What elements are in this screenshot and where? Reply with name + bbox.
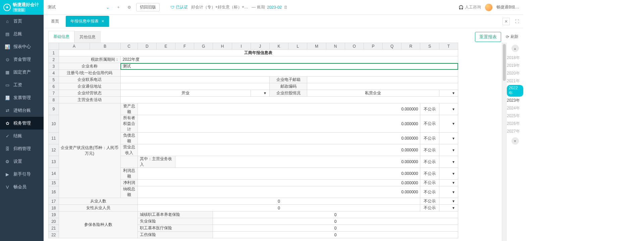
asset-row-pub[interactable]: 不公示 (420, 168, 439, 180)
sidebar-item-11[interactable]: ⚙设置 (0, 155, 44, 168)
sidebar-item-8[interactable]: ✿税务管理 (0, 117, 44, 130)
ins-row-value[interactable]: 0 (213, 232, 458, 238)
subtab-basic[interactable]: 基础信息 (48, 31, 74, 43)
cell-op-status[interactable]: 开业 (120, 90, 251, 97)
period-selector[interactable]: ⋯ 账期 2023-02 🗓 (252, 4, 288, 10)
col-header-P[interactable]: P (364, 43, 382, 50)
asset-row-pub-dd[interactable]: ▼ (439, 144, 458, 156)
col-header-O[interactable]: O (345, 43, 364, 50)
ins-row-value[interactable]: 0 (213, 211, 458, 218)
fullscreen-icon[interactable]: ⛶ (513, 18, 521, 25)
cell-postcode[interactable] (307, 83, 458, 90)
asset-row-pub[interactable]: 不公示 (420, 144, 439, 156)
year-2022年[interactable]: 2022年 (507, 85, 523, 97)
cell-email[interactable] (307, 77, 458, 83)
asset-row-value[interactable]: 0.000000 (138, 144, 420, 156)
row-number[interactable]: 1 (49, 50, 59, 56)
asset-row-pub-dd[interactable]: ▼ (439, 115, 458, 133)
row-number[interactable]: 19 (49, 211, 59, 218)
gear-icon[interactable]: ⚙ (125, 4, 133, 11)
asset-row-value[interactable]: 0.000000 (138, 186, 420, 198)
asset-row-value[interactable]: 0.000000 (138, 115, 420, 133)
dd-holding[interactable]: ▼ (439, 90, 458, 97)
sidebar-item-12[interactable]: ▶新手引导 (0, 168, 44, 181)
asset-row-value[interactable]: 0.000000 (138, 168, 420, 180)
row-number[interactable]: 8 (49, 97, 59, 103)
cell-main-biz[interactable] (120, 97, 458, 103)
col-header-S[interactable]: S (420, 43, 439, 50)
cell-company-name[interactable]: 测试 (120, 63, 458, 70)
row-number[interactable]: 3 (49, 63, 59, 70)
company-selector[interactable]: 测试 ⌄ (48, 4, 111, 10)
ins-row-value[interactable]: 0 (213, 225, 458, 232)
asset-row-pub-dd[interactable]: ▼ (439, 133, 458, 144)
col-header-N[interactable]: N (326, 43, 345, 50)
cell-reg-no[interactable] (120, 70, 458, 77)
sidebar-item-4[interactable]: ▦固定资产 (0, 66, 44, 79)
row-number[interactable]: 7 (49, 90, 59, 97)
asset-row-pub[interactable]: 不公示 (420, 180, 439, 186)
avatar[interactable] (485, 4, 492, 11)
asset-row-pub-dd[interactable]: ▼ (439, 186, 458, 198)
sidebar-item-9[interactable]: ✓结账 (0, 130, 44, 142)
col-header-E[interactable]: E (156, 43, 175, 50)
row-number[interactable]: 6 (49, 83, 59, 90)
row-number[interactable]: 11 (49, 133, 59, 144)
sidebar-item-6[interactable]: 🧾发票管理 (0, 91, 44, 104)
asset-row-value[interactable]: 0.000000 (138, 180, 420, 186)
row-number[interactable]: 14 (49, 168, 59, 180)
switch-old-button[interactable]: 切回旧版 (136, 3, 160, 11)
sidebar-item-5[interactable]: ▭工资 (0, 79, 44, 91)
asset-row-pub[interactable]: 不公示 (420, 186, 439, 198)
asset-row-pub[interactable]: 不公示 (420, 133, 439, 144)
dd-female[interactable]: ▼ (439, 205, 458, 211)
subtab-other[interactable]: 其他信息 (74, 31, 101, 43)
asset-row-value[interactable]: 0.000000 (175, 156, 420, 168)
dd-employees[interactable]: ▼ (439, 198, 458, 205)
col-header-B[interactable]: B (90, 43, 120, 50)
asset-row-pub-dd[interactable]: ▼ (439, 168, 458, 180)
tab-home[interactable]: 首页 (46, 16, 64, 27)
col-header-H[interactable]: H (213, 43, 232, 50)
col-header-Q[interactable]: Q (383, 43, 401, 50)
add-icon[interactable]: ＋ (115, 4, 122, 11)
asset-row-pub-dd[interactable]: ▼ (439, 156, 458, 168)
year-down-icon[interactable]: ▼ (512, 137, 519, 145)
asset-row-value[interactable]: 0.000000 (138, 133, 420, 144)
row-number[interactable]: 22 (49, 232, 59, 238)
sidebar-item-2[interactable]: 📊报表中心 (0, 40, 44, 53)
sidebar-item-1[interactable]: ▤总账 (0, 28, 44, 40)
support-link[interactable]: 🎧 人工咨询 (459, 4, 481, 10)
col-header-M[interactable]: M (307, 43, 326, 50)
row-number[interactable]: 12 (49, 144, 59, 156)
asset-row-pub[interactable]: 不公示 (420, 103, 439, 115)
col-header-C[interactable]: C (120, 43, 138, 50)
row-number[interactable]: 21 (49, 225, 59, 232)
reset-report-button[interactable]: 重置报表 (475, 32, 501, 42)
row-number[interactable]: 15 (49, 180, 59, 186)
row-number[interactable]: 20 (49, 218, 59, 225)
ins-row-value[interactable]: 0 (213, 218, 458, 225)
asset-row-pub[interactable]: 不公示 (420, 156, 439, 168)
close-icon[interactable]: ✕ (101, 19, 104, 23)
sidebar-item-7[interactable]: ⇄进销台账 (0, 104, 44, 117)
row-number[interactable]: 2 (49, 56, 59, 63)
year-2023年[interactable]: 2023年 (507, 97, 523, 104)
asset-row-pub[interactable]: 不公示 (420, 115, 439, 133)
row-number[interactable]: 9 (49, 103, 59, 115)
col-header-F[interactable]: F (175, 43, 194, 50)
col-header-I[interactable]: I (232, 43, 251, 50)
asset-row-value[interactable]: 0.000000 (138, 103, 420, 115)
refresh-button[interactable]: ⟳ 刷新 (506, 34, 519, 40)
cell-address[interactable] (120, 83, 269, 90)
col-header-D[interactable]: D (138, 43, 156, 50)
pub-female[interactable]: 不公示 (420, 205, 439, 211)
cell-female-employees[interactable]: 0 (138, 205, 420, 211)
spreadsheet[interactable]: ABCDEFGHIJKLMNOPQRST1工商年报信息表2税款所属期间：2022… (44, 43, 502, 241)
sidebar-item-3[interactable]: ⊙资金管理 (0, 53, 44, 66)
cell-phone[interactable] (120, 77, 269, 83)
cell-holding[interactable]: 私营企业 (307, 90, 439, 97)
sidebar-item-10[interactable]: 🗄归档管理 (0, 142, 44, 155)
col-header-rn[interactable] (49, 43, 59, 50)
col-header-A[interactable]: A (59, 43, 90, 50)
